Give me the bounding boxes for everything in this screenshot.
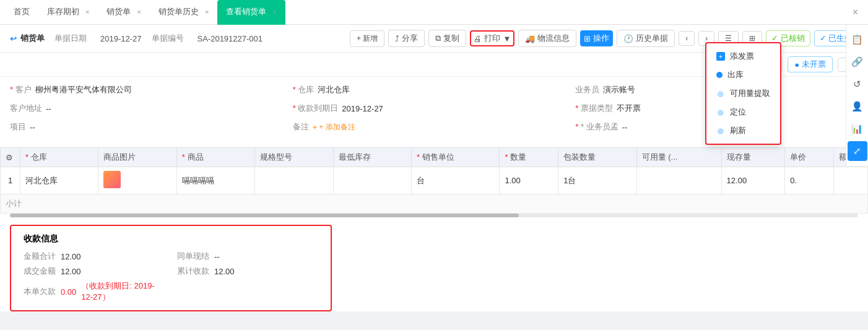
operate-button[interactable]: ⊞ 操作 [580,30,613,46]
add-note-button[interactable]: + + 添加备注 [313,122,355,132]
col-product-img: 商品图片 [98,148,176,167]
outstanding-note: （收款到期日: 2019-12-27） [81,280,165,303]
history-icon: 🕐 [623,34,633,43]
operate-icon: ⊞ [584,34,591,43]
add-invoice-icon: + [716,52,725,61]
tab-inventory-init-close[interactable]: × [85,8,89,15]
prev-button[interactable]: ‹ [679,31,695,46]
row-min-stock [333,167,411,194]
tab-bar: 首页 库存期初 × 销货单 × 销货单历史 × 查看销货单 × × [0,0,868,25]
warehouse-field: 仓库 河北仓库 [293,84,576,95]
date-value: 2019-12-27 [100,34,142,43]
available-qty-icon: ◎ [716,89,725,98]
share-button[interactable]: ⤴ 分享 [388,30,425,47]
available-qty-item[interactable]: ◎ 可用量提取 [706,84,780,103]
refresh-item[interactable]: ◎ 刷新 [706,121,780,140]
tab-bar-close[interactable]: × [848,4,863,20]
plus-icon: + [313,123,318,132]
tab-view-sales-close[interactable]: × [272,8,276,15]
ticket-icon: ● [794,60,799,69]
outbound-label: 出库 [727,69,744,80]
summary-box: 收款信息 金额合计 12.00 同单现结 -- 成交金额 12.00 累计收款 … [10,225,332,311]
total-amount-value: 12.00 [61,252,81,261]
tab-inventory-init[interactable]: 库存期初 × [38,0,98,25]
tab-sales-order-close[interactable]: × [137,8,141,15]
refresh-label: 刷新 [730,125,746,136]
row-sales-unit: 台 [412,167,500,194]
history-button[interactable]: 🕐 历史单据 [617,30,675,47]
row-product-img [98,167,176,194]
warehouse-value: 河北仓库 [318,84,350,95]
total-amount-label: 金额合计 [24,251,56,262]
no-value: SA-20191227-001 [197,34,263,43]
check2-icon: ✓ [820,33,827,43]
logistics-button[interactable]: 🚚 物流信息 [518,30,576,47]
row-current-stock: 12.00 [721,167,785,194]
staff-value: 演示账号 [603,84,635,95]
refresh-icon: ◎ [716,126,725,135]
ticket-value: 不开票 [617,103,641,114]
outstanding-row: 本单欠款 0.00 （收款到期日: 2019-12-27） [24,280,165,303]
project-value: -- [30,123,35,132]
note-label: 备注 [293,121,309,132]
col-unit-price: 单价 [785,148,834,167]
col-sales-unit: * 销售单位 [412,148,500,167]
outbound-item[interactable]: 出库 [706,66,780,84]
not-open-ticket-button[interactable]: ● 未开票 [788,56,833,72]
tab-sales-history[interactable]: 销货单历史 × [150,0,217,25]
operate-dropdown: + 添发票 出库 ◎ 可用量提取 ◎ 定位 ◎ 刷新 [705,42,781,145]
summary-grid: 金额合计 12.00 同单现结 -- 成交金额 12.00 累计收款 12.00… [24,251,318,303]
row-unit-price: 0. [785,167,834,194]
tab-home[interactable]: 首页 [5,0,38,25]
scroll-track[interactable] [10,214,858,217]
table-row: 1 河北仓库 嗝嗝嗝嗝 台 1.00 1台 12.00 0. [1,167,868,194]
col-quantity: * 数量 [500,148,558,167]
row-pack-qty: 1台 [558,167,636,194]
sidebar-icon-2[interactable]: 🔗 [848,52,867,72]
col-warehouse: * 仓库 [20,148,98,167]
copy-icon: ⧉ [435,33,441,43]
add-invoice-item[interactable]: + 添发票 [706,47,780,66]
add-invoice-label: 添发票 [730,51,754,62]
date-label: 单据日期 [54,33,87,44]
add-note-label: + 添加备注 [319,122,355,132]
locate-item[interactable]: ◎ 定位 [706,103,780,121]
sidebar-icon-4[interactable]: 👤 [848,97,867,116]
tab-sales-history-close[interactable]: × [205,8,209,15]
table-header-row: ⚙ * 仓库 商品图片 * 商品 规格型号 最低库存 * 销售单位 * 数量 包… [1,148,868,167]
sidebar-expand-button[interactable]: ⤢ [848,141,867,161]
total-amount-row: 金额合计 12.00 [24,251,165,262]
note-field: 备注 + + 添加备注 [293,121,576,132]
row-spec [255,167,333,194]
col-min-stock: 最低库存 [333,148,411,167]
customer-value: 柳州粤港平安气体有限公司 [35,84,132,95]
print-icon: 🖨 [474,34,482,43]
share-icon: ⤴ [395,34,399,43]
print-button[interactable]: 🖨 打印 ▼ [470,30,514,46]
doc-type-label: 销货单 [20,33,45,44]
table-wrapper: ⚙ * 仓库 商品图片 * 商品 规格型号 最低库存 * 销售单位 * 数量 包… [0,147,868,220]
col-spec: 规格型号 [255,148,333,167]
doc-icon: ↩ [10,34,17,43]
subtotal-label: 小计 [1,194,868,214]
address-value: -- [46,104,51,113]
summary-title: 收款信息 [24,233,318,245]
cumulative-receipt-value: 12.00 [214,267,235,276]
sidebar-icon-5[interactable]: 📊 [848,119,867,139]
address-label: 客户地址 [10,103,42,114]
customer-field: 客户 柳州粤港平安气体有限公司 [10,84,293,95]
tab-view-sales[interactable]: 查看销货单 × [217,0,285,25]
new-button[interactable]: + 新增 [350,30,384,47]
available-qty-label: 可用量提取 [730,88,770,99]
outbound-icon [716,72,723,78]
staff-label: 业务员 [575,84,599,95]
business-value: -- [622,123,628,132]
copy-button[interactable]: ⧉ 复制 [428,30,466,47]
outstanding-label: 本单欠款 [24,286,56,297]
sidebar-icon-1[interactable]: 📋 [848,30,867,50]
tab-sales-order[interactable]: 销货单 × [98,0,149,25]
same-order-settle-row: 同单现结 -- [177,251,318,262]
locate-label: 定位 [730,106,746,118]
no-label: 单据编号 [152,33,184,44]
sidebar-icon-3[interactable]: ↺ [848,74,867,94]
